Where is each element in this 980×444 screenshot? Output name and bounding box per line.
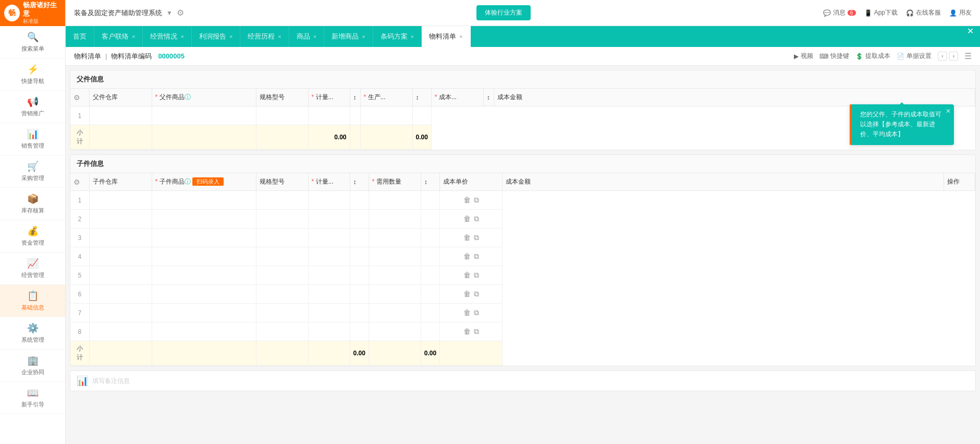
- parent-settings-icon[interactable]: ⚙: [74, 93, 80, 102]
- delete-icon[interactable]: 🗑: [463, 214, 471, 223]
- sidebar-item-marketing[interactable]: 📢 营销推广: [0, 91, 65, 123]
- sidebar-item-search[interactable]: 🔍 搜索菜单: [0, 26, 65, 58]
- child-row5-unit[interactable]: [308, 266, 350, 285]
- tab-bom[interactable]: 物料清单 ×: [422, 26, 470, 47]
- child-row6-warehouse[interactable]: [89, 285, 152, 304]
- tab-barcode[interactable]: 条码方案 ×: [373, 26, 422, 47]
- child-row7-product[interactable]: [152, 304, 256, 322]
- child-row5-spec[interactable]: [256, 266, 308, 285]
- user-btn[interactable]: 👤 用友: [949, 8, 972, 17]
- tab-new-goods[interactable]: 新增商品 ×: [324, 26, 373, 47]
- copy-icon[interactable]: ⧉: [474, 271, 479, 280]
- child-row6-product[interactable]: [152, 285, 256, 304]
- child-row3-warehouse[interactable]: [89, 229, 152, 247]
- child-row4-unitcost[interactable]: [369, 247, 421, 266]
- child-row3-product[interactable]: [152, 229, 256, 247]
- copy-icon[interactable]: ⧉: [474, 252, 479, 261]
- delete-icon[interactable]: 🗑: [463, 271, 471, 280]
- sidebar-item-sales[interactable]: 📊 销售管理: [0, 123, 65, 155]
- tab-history[interactable]: 经营历程 ×: [240, 26, 289, 47]
- parent-row-spec[interactable]: [256, 106, 308, 125]
- child-row1-unitcost[interactable]: [369, 191, 421, 210]
- child-row2-spec[interactable]: [256, 210, 308, 229]
- child-row1-qty[interactable]: [350, 191, 369, 210]
- copy-icon[interactable]: ⧉: [474, 327, 479, 336]
- copy-icon[interactable]: ⧉: [474, 214, 479, 223]
- sidebar-item-quick-nav[interactable]: ⚡ 快捷导航: [0, 58, 65, 91]
- child-row8-unitcost[interactable]: [369, 322, 421, 341]
- child-row4-unit[interactable]: [308, 247, 350, 266]
- app-download-btn[interactable]: 📱 App下载: [864, 8, 898, 17]
- child-row8-warehouse[interactable]: [89, 322, 152, 341]
- parent-row-warehouse[interactable]: [89, 106, 152, 125]
- sidebar-item-inventory[interactable]: 📦 库存核算: [0, 188, 65, 220]
- sidebar-item-basic-info[interactable]: 📋 基础信息: [0, 285, 65, 317]
- child-row2-product[interactable]: [152, 210, 256, 229]
- settings-icon[interactable]: ⚙: [177, 8, 184, 18]
- copy-icon[interactable]: ⧉: [474, 290, 479, 298]
- child-row6-qty[interactable]: [350, 285, 369, 304]
- tab-profit-close[interactable]: ×: [229, 33, 232, 40]
- child-row7-warehouse[interactable]: [89, 304, 152, 322]
- tab-operations[interactable]: 经营情况 ×: [143, 26, 191, 47]
- child-row2-unitcost[interactable]: [369, 210, 421, 229]
- tab-bom-close[interactable]: ×: [459, 33, 462, 40]
- child-row8-product[interactable]: [152, 322, 256, 341]
- message-btn[interactable]: 💬 消息 6: [823, 8, 856, 17]
- child-row1-spec[interactable]: [256, 191, 308, 210]
- sidebar-item-system[interactable]: ⚙️ 系统管理: [0, 317, 65, 350]
- child-row2-qty[interactable]: [350, 210, 369, 229]
- tab-history-close[interactable]: ×: [278, 33, 281, 40]
- child-row7-spec[interactable]: [256, 304, 308, 322]
- parent-row-cost[interactable]: [360, 106, 412, 125]
- shortcut-btn[interactable]: ⌨ 快捷键: [819, 52, 849, 61]
- child-row5-warehouse[interactable]: [89, 266, 152, 285]
- parent-row-prod[interactable]: [350, 106, 360, 125]
- delete-icon[interactable]: 🗑: [463, 327, 471, 336]
- dropdown-icon[interactable]: ▼: [166, 9, 173, 17]
- sidebar-item-enterprise[interactable]: 🏢 企业协同: [0, 350, 65, 382]
- child-row5-qty[interactable]: [350, 266, 369, 285]
- parent-row-unit[interactable]: [308, 106, 350, 125]
- trial-btn[interactable]: 体验行业方案: [476, 5, 531, 20]
- delete-icon[interactable]: 🗑: [463, 233, 471, 242]
- list-view-icon[interactable]: ☰: [964, 51, 972, 61]
- child-row4-spec[interactable]: [256, 247, 308, 266]
- prev-arrow[interactable]: ‹: [938, 52, 947, 61]
- child-row7-unitcost[interactable]: [369, 304, 421, 322]
- child-row5-unitcost[interactable]: [369, 266, 421, 285]
- child-row2-unit[interactable]: [308, 210, 350, 229]
- tab-customers-close[interactable]: ×: [132, 33, 135, 40]
- child-row5-product[interactable]: [152, 266, 256, 285]
- tab-goods[interactable]: 商品 ×: [289, 26, 324, 47]
- child-row8-qty[interactable]: [350, 322, 369, 341]
- sidebar-item-purchase[interactable]: 🛒 采购管理: [0, 155, 65, 188]
- child-row7-unit[interactable]: [308, 304, 350, 322]
- child-row2-warehouse[interactable]: [89, 210, 152, 229]
- tab-home[interactable]: 首页: [66, 26, 94, 47]
- delete-icon[interactable]: 🗑: [463, 196, 471, 205]
- child-row6-unitcost[interactable]: [369, 285, 421, 304]
- child-row1-unit[interactable]: [308, 191, 350, 210]
- tab-new-goods-close[interactable]: ×: [362, 33, 365, 40]
- copy-icon[interactable]: ⧉: [474, 233, 479, 242]
- delete-icon[interactable]: 🗑: [463, 252, 471, 261]
- tab-profit[interactable]: 利润报告 ×: [192, 26, 240, 47]
- child-row8-spec[interactable]: [256, 322, 308, 341]
- delete-icon[interactable]: 🗑: [463, 308, 471, 317]
- single-settings-btn[interactable]: 📄 单据设置: [897, 52, 932, 61]
- online-service-btn[interactable]: 🎧 在线客服: [906, 8, 941, 17]
- child-row6-unit[interactable]: [308, 285, 350, 304]
- child-row1-warehouse[interactable]: [89, 191, 152, 210]
- child-row3-qty[interactable]: [350, 229, 369, 247]
- child-row3-unit[interactable]: [308, 229, 350, 247]
- sidebar-item-finance[interactable]: 💰 资金管理: [0, 220, 65, 253]
- footer-hint[interactable]: 填写备注信息: [92, 377, 130, 386]
- child-row4-product[interactable]: [152, 247, 256, 266]
- child-row3-unitcost[interactable]: [369, 229, 421, 247]
- copy-icon[interactable]: ⧉: [474, 308, 479, 317]
- child-row4-qty[interactable]: [350, 247, 369, 266]
- tab-customers[interactable]: 客户联络 ×: [94, 26, 143, 47]
- tab-barcode-close[interactable]: ×: [411, 33, 414, 40]
- delete-icon[interactable]: 🗑: [463, 290, 471, 298]
